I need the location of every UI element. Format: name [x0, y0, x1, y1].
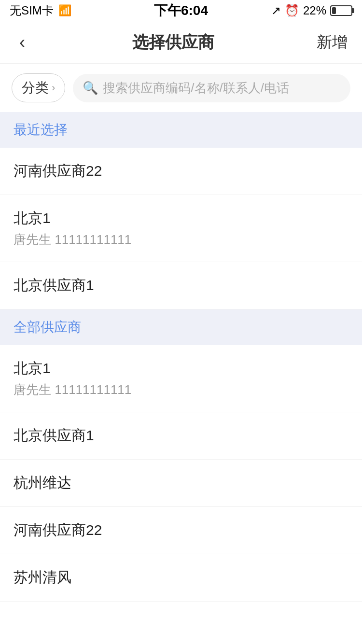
battery-icon: [330, 5, 352, 16]
item-name-recent-0: 河南供应商22: [14, 161, 348, 181]
back-button[interactable]: ‹: [14, 28, 30, 57]
status-left: 无SIM卡 📶: [10, 3, 71, 18]
section-header-text-all: 全部供应商: [14, 320, 81, 335]
item-name-recent-1: 北京1: [14, 209, 348, 228]
section-header-recent: 最近选择: [0, 112, 362, 148]
item-sub-recent-1: 唐先生 11111111111: [14, 231, 348, 248]
navigation-bar: ‹ 选择供应商 新增: [0, 21, 362, 64]
item-name-all-3: 河南供应商22: [14, 520, 348, 540]
item-name-all-4: 苏州清风: [14, 568, 348, 588]
list-item-recent-2[interactable]: 北京供应商1: [0, 262, 362, 309]
supplier-list: 最近选择河南供应商22北京1唐先生 11111111111北京供应商1全部供应商…: [0, 112, 362, 602]
search-placeholder: 搜索供应商编码/名称/联系人/电话: [103, 80, 289, 97]
category-button[interactable]: 分类 ›: [12, 73, 65, 102]
item-name-recent-2: 北京供应商1: [14, 276, 348, 295]
chevron-right-icon: ›: [52, 82, 55, 94]
category-label: 分类: [22, 79, 49, 97]
filter-bar: 分类 › 🔍 搜索供应商编码/名称/联系人/电话: [0, 64, 362, 112]
section-header-text-recent: 最近选择: [14, 122, 68, 137]
list-item-all-2[interactable]: 杭州维达: [0, 460, 362, 507]
alarm-icon: ⏰: [285, 4, 299, 17]
status-time: 下午6:04: [154, 1, 208, 20]
wifi-icon: 📶: [58, 4, 71, 17]
list-item-all-4[interactable]: 苏州清风: [0, 554, 362, 602]
search-icon: 🔍: [83, 81, 98, 96]
add-button[interactable]: 新增: [317, 32, 348, 53]
list-item-recent-0[interactable]: 河南供应商22: [0, 148, 362, 195]
status-right: ↗ ⏰ 22%: [271, 4, 352, 17]
search-box[interactable]: 🔍 搜索供应商编码/名称/联系人/电话: [73, 74, 350, 102]
item-sub-all-0: 唐先生 11111111111: [14, 381, 348, 398]
list-item-recent-1[interactable]: 北京1唐先生 11111111111: [0, 195, 362, 262]
item-name-all-1: 北京供应商1: [14, 426, 348, 446]
list-item-all-3[interactable]: 河南供应商22: [0, 507, 362, 554]
list-item-all-1[interactable]: 北京供应商1: [0, 412, 362, 460]
section-header-all: 全部供应商: [0, 309, 362, 345]
item-name-all-2: 杭州维达: [14, 473, 348, 493]
location-icon: ↗: [271, 4, 281, 17]
status-bar: 无SIM卡 📶 下午6:04 ↗ ⏰ 22%: [0, 0, 362, 21]
list-item-all-0[interactable]: 北京1唐先生 11111111111: [0, 345, 362, 412]
battery-percent: 22%: [303, 4, 326, 17]
item-name-all-0: 北京1: [14, 359, 348, 378]
page-title: 选择供应商: [132, 31, 214, 54]
no-sim-text: 无SIM卡: [10, 3, 54, 18]
